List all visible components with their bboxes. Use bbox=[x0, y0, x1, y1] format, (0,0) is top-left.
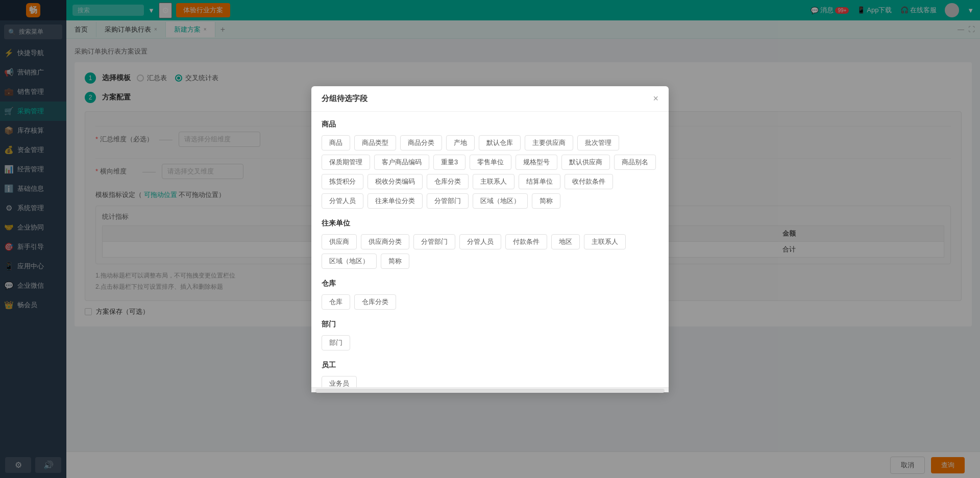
dialog-horizontal-scrollbar[interactable] bbox=[311, 387, 669, 392]
field-tag-default-warehouse[interactable]: 默认仓库 bbox=[479, 135, 521, 150]
field-tag-partner-category[interactable]: 往来单位分类 bbox=[368, 193, 423, 209]
section-goods: 商品 商品 商品类型 商品分类 产地 默认仓库 主要供应商 批次管理 保质期管理… bbox=[322, 120, 658, 209]
field-tag-expiry-mgmt[interactable]: 保质期管理 bbox=[322, 155, 370, 170]
field-tag-pick-points[interactable]: 拣货积分 bbox=[322, 174, 363, 189]
section-warehouse-title: 仓库 bbox=[322, 279, 658, 288]
field-tag-dept[interactable]: 部门 bbox=[322, 335, 350, 350]
field-tag-goods[interactable]: 商品 bbox=[322, 135, 350, 150]
field-selector-dialog: 分组待选字段 × 商品 商品 商品类型 商品分类 产地 默认仓库 主要供应商 批… bbox=[311, 86, 669, 392]
field-tag-supervisor[interactable]: 分管人员 bbox=[322, 193, 363, 209]
section-dept: 部门 部门 bbox=[322, 320, 658, 350]
field-tag-customer-code[interactable]: 客户商品编码 bbox=[374, 155, 429, 170]
field-tag-batch-mgmt[interactable]: 批次管理 bbox=[577, 135, 619, 150]
field-tag-salesperson[interactable]: 业务员 bbox=[322, 376, 357, 388]
dept-field-tags: 部门 bbox=[322, 335, 658, 350]
field-tag-goods-type[interactable]: 商品类型 bbox=[354, 135, 396, 150]
dialog-body[interactable]: 商品 商品 商品类型 商品分类 产地 默认仓库 主要供应商 批次管理 保质期管理… bbox=[311, 112, 669, 388]
field-tag-partner-supervisor[interactable]: 分管人员 bbox=[459, 234, 501, 249]
field-tag-partner-area[interactable]: 区域（地区） bbox=[322, 254, 377, 269]
field-tag-default-supplier[interactable]: 默认供应商 bbox=[561, 155, 610, 170]
field-tag-warehouse-cat[interactable]: 仓库分类 bbox=[354, 294, 396, 310]
field-tag-goods-category[interactable]: 商品分类 bbox=[400, 135, 442, 150]
field-tag-tax-code[interactable]: 税收分类编码 bbox=[368, 174, 423, 189]
dialog-title: 分组待选字段 bbox=[322, 94, 368, 104]
field-tag-settlement-unit[interactable]: 结算单位 bbox=[519, 174, 560, 189]
section-warehouse: 仓库 仓库 仓库分类 bbox=[322, 279, 658, 310]
field-tag-spec-model[interactable]: 规格型号 bbox=[516, 155, 557, 170]
dialog-header: 分组待选字段 × bbox=[311, 86, 669, 112]
section-dept-title: 部门 bbox=[322, 320, 658, 329]
field-tag-origin[interactable]: 产地 bbox=[446, 135, 475, 150]
field-tag-partner-dept[interactable]: 分管部门 bbox=[413, 234, 455, 249]
field-tag-partner-short[interactable]: 简称 bbox=[381, 254, 409, 269]
field-tag-payment-terms[interactable]: 收付款条件 bbox=[565, 174, 613, 189]
field-tag-supplier[interactable]: 供应商 bbox=[322, 234, 357, 249]
field-tag-warehouse-category[interactable]: 仓库分类 bbox=[427, 174, 469, 189]
field-tag-weight[interactable]: 重量3 bbox=[433, 155, 465, 170]
section-partner: 往来单位 供应商 供应商分类 分管部门 分管人员 付款条件 地区 主联系人 区域… bbox=[322, 219, 658, 269]
employee-field-tags: 业务员 bbox=[322, 376, 658, 388]
dialog-overlay: 分组待选字段 × 商品 商品 商品类型 商品分类 产地 默认仓库 主要供应商 批… bbox=[0, 0, 980, 478]
field-tag-main-supplier[interactable]: 主要供应商 bbox=[525, 135, 573, 150]
warehouse-field-tags: 仓库 仓库分类 bbox=[322, 294, 658, 310]
field-tag-warehouse[interactable]: 仓库 bbox=[322, 294, 350, 310]
section-goods-title: 商品 bbox=[322, 120, 658, 129]
field-tag-region[interactable]: 区域（地区） bbox=[473, 193, 528, 209]
field-tag-partner-payment[interactable]: 付款条件 bbox=[505, 234, 547, 249]
section-employee-title: 员工 bbox=[322, 361, 658, 370]
section-employee: 员工 业务员 bbox=[322, 361, 658, 388]
field-tag-supplier-category[interactable]: 供应商分类 bbox=[361, 234, 409, 249]
field-tag-dept-manage[interactable]: 分管部门 bbox=[427, 193, 469, 209]
field-tag-short-name[interactable]: 简称 bbox=[532, 193, 560, 209]
section-partner-title: 往来单位 bbox=[322, 219, 658, 228]
partner-field-tags: 供应商 供应商分类 分管部门 分管人员 付款条件 地区 主联系人 区域（地区） … bbox=[322, 234, 658, 269]
field-tag-main-contact[interactable]: 主联系人 bbox=[473, 174, 514, 189]
goods-field-tags: 商品 商品类型 商品分类 产地 默认仓库 主要供应商 批次管理 保质期管理 客户… bbox=[322, 135, 658, 209]
field-tag-retail-unit[interactable]: 零售单位 bbox=[470, 155, 511, 170]
field-tag-partner-region[interactable]: 地区 bbox=[551, 234, 580, 249]
field-tag-partner-contact[interactable]: 主联系人 bbox=[584, 234, 626, 249]
field-tag-goods-alias[interactable]: 商品别名 bbox=[614, 155, 656, 170]
dialog-close-button[interactable]: × bbox=[653, 93, 658, 104]
